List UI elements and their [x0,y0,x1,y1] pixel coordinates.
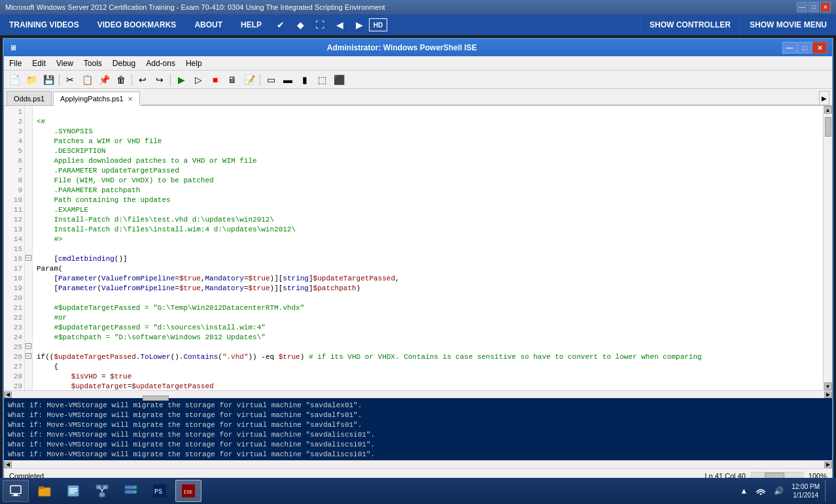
fold-row-26: − [25,351,32,361]
h-scroll-thumb[interactable] [143,395,169,401]
taskbar-up-arrow[interactable]: ▲ [737,486,750,496]
scroll-thumb[interactable] [825,117,831,137]
collapse-toggle-25[interactable]: − [26,343,31,349]
collapse-button[interactable]: ⬛ [331,73,347,87]
copy-button[interactable]: 📋 [79,73,95,87]
paste-button[interactable]: 📌 [96,73,112,87]
taskbar-explorer-button[interactable] [31,480,58,502]
console-area[interactable]: What if: Move-VMStorage will migrate the… [4,398,832,460]
menu-debug[interactable]: Debug [107,56,141,71]
menu-view[interactable]: View [51,56,78,71]
menu-tools[interactable]: Tools [78,56,107,71]
taskbar-ps-ise-button[interactable]: ISE [175,480,201,502]
diamond-icon[interactable]: ◆ [290,14,310,35]
line-num: 5 [7,146,22,156]
ps-restore-button[interactable]: □ [797,42,812,54]
pane-split-button[interactable]: ▬ [280,73,296,87]
pane-console-button[interactable]: ▮ [297,73,313,87]
undo-button[interactable]: ↩ [135,73,150,87]
new-file-button[interactable]: 📄 [7,73,22,87]
video-bookmarks-button[interactable]: VIDEO BOOKMARKS [88,14,186,35]
cut-button[interactable]: ✂ [62,73,78,87]
redo-button[interactable]: ↪ [152,73,167,87]
about-button[interactable]: ABOUT [185,14,232,35]
fold-row [25,165,32,175]
scroll-down-button[interactable]: ▼ [824,382,832,390]
menu-help[interactable]: Help [181,56,207,71]
close-button[interactable]: ✕ [820,2,831,12]
tab-odds-label: Odds.ps1 [14,95,44,103]
console-line: What if: Move-VMStorage will migrate the… [8,420,828,430]
check-icon[interactable]: ✔ [271,14,290,35]
show-command-button[interactable]: 📝 [241,73,257,87]
vertical-scrollbar[interactable]: ▲ ▼ [823,106,832,390]
expand-icon[interactable]: ⛶ [310,14,330,35]
svg-rect-11 [99,493,105,497]
fold-row [25,361,32,371]
collapse-toggle-26[interactable]: − [26,353,31,359]
taskbar-desktop-button[interactable] [3,480,29,502]
line-num: 22 [7,313,22,323]
svg-rect-8 [69,492,75,494]
line-num: 20 [7,294,22,303]
taskbar-show-desktop[interactable] [825,480,831,502]
clear-button[interactable]: 🗑 [113,73,129,87]
stop-button[interactable]: ■ [207,73,223,87]
show-controller-button[interactable]: SHOW CONTROLLER [640,14,740,35]
next-icon[interactable]: ▶ [349,14,369,35]
collapse-toggle-16[interactable]: − [26,255,31,261]
console-horizontal-scrollbar[interactable]: ◀ ▶ [4,460,832,468]
pane-script-button[interactable]: ▭ [263,73,279,87]
restore-button[interactable]: □ [809,2,819,12]
tab-close-icon[interactable]: ✕ [128,95,133,103]
horizontal-scrollbar[interactable]: ◀ ▶ [4,390,832,398]
open-file-button[interactable]: 📁 [24,73,39,87]
console-line: What if: Move-VMStorage will migrate the… [8,401,828,411]
console-line: What if: Move-VMStorage will migrate the… [8,440,828,450]
scroll-right-icon[interactable]: ▶ [819,91,829,105]
help-button[interactable]: HELP [232,14,271,35]
server-manager-icon [124,484,138,498]
fold-row [25,302,32,312]
tab-odds[interactable]: Odds.ps1 [7,91,52,105]
minimize-button[interactable]: — [797,2,807,12]
scroll-left-button[interactable]: ◀ [4,392,12,398]
taskbar-network-button[interactable] [89,480,115,502]
menu-file[interactable]: File [4,56,27,71]
line-num: 4 [7,137,22,146]
svg-rect-0 [10,486,21,494]
taskbar-network-status-icon[interactable] [753,486,769,497]
menu-addons[interactable]: Add-ons [141,56,181,71]
svg-rect-2 [12,496,20,496]
scroll-right-h-button[interactable]: ▶ [824,392,832,398]
training-videos-button[interactable]: TRAINING VIDEOS [0,14,88,35]
code-editor[interactable]: <# .SYNOPSIS Patches a WIM or VHD file .… [33,106,823,390]
fold-row [25,273,32,282]
console-line: What if: Move-VMStorage will migrate the… [8,450,828,460]
line-num: 23 [7,323,22,333]
taskbar-powershell-button[interactable]: PS [147,480,173,502]
menu-edit[interactable]: Edit [27,56,51,71]
save-button[interactable]: 💾 [41,73,56,87]
scroll-up-button[interactable]: ▲ [824,106,832,114]
taskbar-speaker-icon[interactable]: 🔊 [771,486,786,496]
taskbar-server-manager-button[interactable] [118,480,144,502]
hd-icon[interactable]: HD [369,18,387,31]
prev-icon[interactable]: ◀ [330,14,349,35]
line-num: 27 [7,362,22,372]
svg-text:PS: PS [154,488,162,496]
fold-row [25,263,32,273]
new-remote-tab-button[interactable]: 🖥 [224,73,240,87]
expand-button[interactable]: ⬚ [314,73,330,87]
tab-applying-patchs[interactable]: ApplyingPatchs.ps1 ✕ [53,92,140,106]
taskbar-clock[interactable]: 12:00 PM 1/1/2014 [789,482,822,499]
run-selection-button[interactable]: ▷ [190,73,206,87]
console-scroll-left[interactable]: ◀ [4,462,12,468]
console-scroll-right[interactable]: ▶ [824,462,832,468]
ps-close-button[interactable]: ✕ [812,42,827,54]
line-num: 2 [7,117,22,127]
ps-minimize-button[interactable]: — [782,42,797,54]
run-button[interactable]: ▶ [173,73,189,87]
show-movie-menu-button[interactable]: SHOW MOVIE MENU [740,14,836,35]
taskbar-files-button[interactable] [60,480,86,502]
